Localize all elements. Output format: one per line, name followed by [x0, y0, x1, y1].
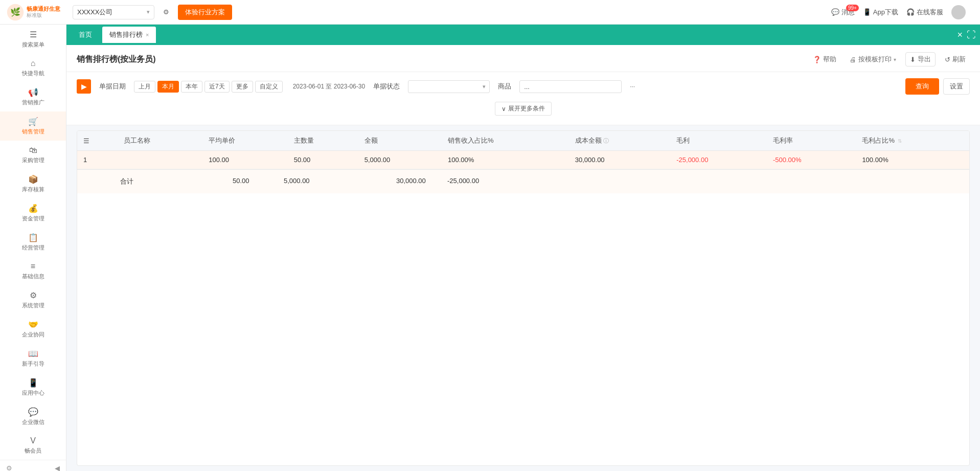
footer-gross-rate: [492, 175, 543, 188]
headset-icon: 🎧: [906, 8, 915, 16]
page-header: 销售排行榜(按业务员) ❓ 帮助 🖨 按模板打印 ▾ ⬇: [66, 45, 980, 72]
col-rank: ☰: [77, 131, 118, 151]
filter-row-1: ▶ 单据日期 上月 本月 本年 近7天 更多 自定义 2023-06-01 至: [77, 78, 970, 95]
col-gross-rate: 毛利率: [767, 131, 856, 151]
goods-label: 商品: [498, 82, 511, 91]
tab-maximize-icon[interactable]: ⛶: [967, 30, 976, 40]
col-amount: 全额: [358, 131, 442, 151]
col-main-qty: 主数量: [288, 131, 358, 151]
svg-text:🌿: 🌿: [10, 7, 21, 17]
main-area: ☰搜索菜单⌂快捷导航📢营销推广🛒销售管理🛍采购管理📦库存核算💰资金管理📋经营管理…: [0, 25, 980, 471]
sidebar-item-7[interactable]: 📋经营管理: [0, 228, 66, 257]
print-button[interactable]: 🖨 按模板打印 ▾: [846, 53, 900, 66]
top-right-area: 💬 消息 99+ 📱 App下载 🎧 在线客服: [831, 5, 974, 19]
sidebar-item-2[interactable]: 📢营销推广: [0, 82, 66, 111]
status-select-wrapper: [408, 80, 490, 93]
date-label: 单据日期: [99, 82, 126, 91]
sidebar-collapse-icon[interactable]: ◀: [55, 464, 60, 471]
sidebar-bottom: ⚙ ◀: [0, 460, 66, 471]
tab-home[interactable]: 首页: [71, 25, 100, 45]
table-header: ☰ 员工名称 平均单价 主数量 全额 销售收入占比% 成本全额 ⓘ 毛利 毛利率…: [77, 131, 969, 151]
data-table: ☰ 员工名称 平均单价 主数量 全额 销售收入占比% 成本全额 ⓘ 毛利 毛利率…: [77, 131, 969, 169]
filter-toggle-btn[interactable]: ▶: [77, 79, 91, 94]
footer-total-label: 合计: [114, 175, 175, 188]
message-icon: 💬: [831, 8, 839, 16]
col-cost: 成本全额 ⓘ: [569, 131, 670, 151]
date-btn-7days[interactable]: 近7天: [204, 81, 230, 93]
sidebar-item-3[interactable]: 🛒销售管理: [0, 111, 66, 141]
gross-pct-sort-icon[interactable]: ⇅: [898, 138, 902, 144]
footer-amount: 5,000.00: [278, 175, 329, 188]
footer-gross-profit: -25,000.00: [441, 175, 492, 188]
col-gross-profit: 毛利: [670, 131, 767, 151]
date-btn-current-month[interactable]: 本月: [157, 81, 179, 93]
filter-area: ▶ 单据日期 上月 本月 本年 近7天 更多 自定义 2023-06-01 至: [66, 72, 980, 125]
date-btn-more[interactable]: 更多: [232, 81, 253, 93]
table-area: ☰ 员工名称 平均单价 主数量 全额 销售收入占比% 成本全额 ⓘ 毛利 毛利率…: [77, 130, 970, 466]
tab-minimize-icon[interactable]: ×: [957, 30, 963, 40]
expand-row: ∨ 展开更多条件: [77, 99, 970, 119]
status-label: 单据状态: [373, 82, 400, 91]
sidebar-item-0[interactable]: ☰搜索菜单: [0, 25, 66, 54]
tab-bar: 首页 销售排行榜 × × ⛶: [66, 25, 980, 45]
goods-input[interactable]: [519, 80, 622, 93]
help-button[interactable]: ❓ 帮助: [809, 53, 840, 66]
query-button[interactable]: 查询: [905, 78, 939, 95]
company-selector[interactable]: XXXXX公司 ▾: [73, 5, 154, 19]
sidebar-item-4[interactable]: 🛍采购管理: [0, 141, 66, 169]
expand-icon: ∨: [502, 105, 506, 113]
col-sales-pct: 销售收入占比%: [442, 131, 569, 151]
date-range: 2023-06-01 至 2023-06-30: [293, 82, 365, 91]
company-arrow-icon: ▾: [147, 9, 150, 15]
app-download-btn[interactable]: 📱 App下载: [863, 8, 898, 17]
expand-conditions-btn[interactable]: ∨ 展开更多条件: [495, 102, 552, 116]
col-gross-pct: 毛利占比% ⇅: [856, 131, 969, 151]
settings-button[interactable]: 设置: [943, 78, 970, 95]
print-icon: 🖨: [850, 56, 856, 63]
footer-main-qty: 50.00: [226, 175, 278, 188]
footer-gross-pct: [543, 175, 595, 188]
sidebar-settings-icon[interactable]: ⚙: [6, 464, 12, 471]
export-icon: ⬇: [910, 56, 916, 63]
date-btn-prev-month[interactable]: 上月: [134, 81, 155, 93]
trial-button[interactable]: 体验行业方案: [178, 5, 232, 20]
sidebar-item-5[interactable]: 📦库存核算: [0, 169, 66, 198]
tab-actions: × ⛶: [957, 30, 976, 40]
filter-toggle-icon: ▶: [81, 82, 87, 91]
tab-close-icon[interactable]: ×: [146, 32, 149, 38]
goods-more-btn[interactable]: ···: [630, 83, 635, 90]
sidebar-item-11[interactable]: 📖新手引导: [0, 344, 66, 373]
sidebar-item-14[interactable]: V畅会员: [0, 431, 66, 460]
sidebar-item-8[interactable]: ≡基础信息: [0, 257, 66, 285]
app-download-icon: 📱: [863, 8, 871, 16]
sidebar-item-9[interactable]: ⚙系统管理: [0, 285, 66, 315]
export-button[interactable]: ⬇ 导出: [905, 52, 936, 66]
refresh-button[interactable]: ↺ 刷新: [941, 53, 970, 66]
print-arrow-icon: ▾: [894, 57, 896, 62]
date-btn-current-year[interactable]: 本年: [181, 81, 202, 93]
cost-info-icon[interactable]: ⓘ: [603, 138, 609, 144]
sidebar-item-13[interactable]: 💬企业微信: [0, 402, 66, 431]
footer-cost: 30,000.00: [390, 175, 441, 188]
avatar[interactable]: [951, 5, 966, 19]
sidebar: ☰搜索菜单⌂快捷导航📢营销推广🛒销售管理🛍采购管理📦库存核算💰资金管理📋经营管理…: [0, 25, 66, 471]
sidebar-item-12[interactable]: 📱应用中心: [0, 373, 66, 402]
logo-area: 🌿 畅康通好生意 标准版: [6, 3, 73, 21]
col-avg-price: 平均单价: [202, 131, 287, 151]
message-btn[interactable]: 💬 消息 99+: [831, 8, 855, 17]
table-footer: 合计 50.00 5,000.00 30,000.00 -25,000.00: [77, 169, 969, 193]
tab-sales-ranking[interactable]: 销售排行榜 ×: [102, 27, 156, 43]
help-icon: ❓: [813, 56, 821, 63]
app-logo: 🌿: [6, 3, 25, 21]
sidebar-item-1[interactable]: ⌂快捷导航: [0, 54, 66, 82]
footer-sales-pct: [329, 175, 390, 188]
date-btn-custom[interactable]: 自定义: [255, 81, 283, 93]
refresh-icon: ↺: [945, 56, 950, 63]
topbar-settings-icon[interactable]: ⚙: [158, 5, 174, 20]
status-select[interactable]: [408, 80, 490, 93]
online-service-btn[interactable]: 🎧 在线客服: [906, 8, 943, 17]
sidebar-item-6[interactable]: 💰资金管理: [0, 198, 66, 228]
footer-label-cell: [83, 175, 114, 188]
sidebar-item-10[interactable]: 🤝企业协同: [0, 315, 66, 344]
content-area: 首页 销售排行榜 × × ⛶ 销售排行榜(按业务员) ❓: [66, 25, 980, 471]
